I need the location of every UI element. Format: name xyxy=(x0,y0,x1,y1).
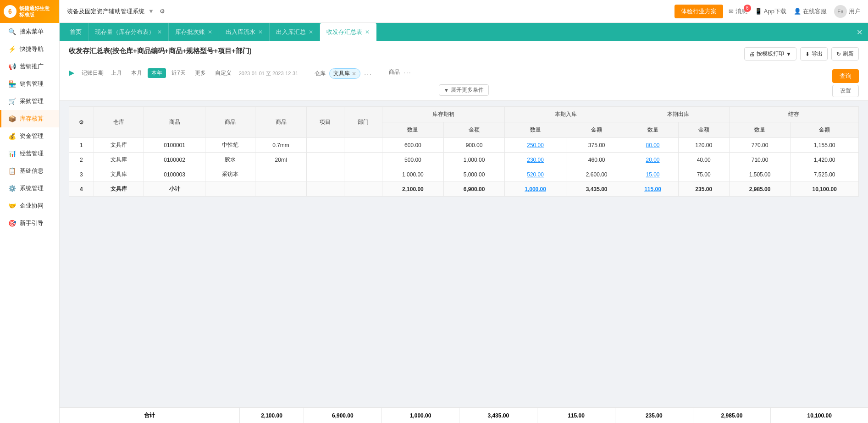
filter-row-2: ▼ 展开更多条件 xyxy=(60,82,868,101)
print-button[interactable]: 🖨 按模板打印 ▼ xyxy=(744,47,796,60)
date-btn-prev-month[interactable]: 上月 xyxy=(107,68,126,78)
subtotal-spec xyxy=(255,182,306,197)
sidebar-item-finance[interactable]: 💰 资金管理 xyxy=(0,127,59,145)
date-btn-this-month[interactable]: 本月 xyxy=(127,68,146,78)
row1-in-qty[interactable]: 250.00 xyxy=(505,138,566,153)
expand-conditions-button[interactable]: ▼ 展开更多条件 xyxy=(439,84,489,96)
query-button[interactable]: 查询 xyxy=(832,69,859,83)
col-header-out-qty: 数量 xyxy=(627,122,678,138)
date-btn-this-year[interactable]: 本年 xyxy=(148,68,166,78)
sidebar-item-guide[interactable]: 🎯 新手引导 xyxy=(0,214,59,232)
tabs-bar: 首页 现存量（库存分布表） ✕ 库存批次账 ✕ 出入库流水 ✕ 出入库汇总 ✕ … xyxy=(60,23,868,41)
row2-warehouse: 文具库 xyxy=(94,153,144,167)
table-row: 3 文具库 0100003 采访本 1,000.00 5,000.00 520.… xyxy=(69,167,859,182)
dropdown-icon: ▼ xyxy=(148,8,154,15)
filter-section: 收发存汇总表(按仓库+商品编码+商品+规格型号+项目+部门) 🖨 按模板打印 ▼… xyxy=(60,41,868,101)
sidebar-item-marketing[interactable]: 📢 营销推广 xyxy=(0,58,59,75)
sidebar-item-quick-nav[interactable]: ⚡ 快捷导航 xyxy=(0,40,59,58)
sidebar-item-operations[interactable]: 📊 经营管理 xyxy=(0,145,59,162)
row2-dept xyxy=(344,153,382,167)
date-filter-group: 记账日期 上月 本月 本年 近7天 更多 自定义 2023-01-01 至 20… xyxy=(82,68,298,78)
tab-in-out-flow[interactable]: 出入库流水 ✕ xyxy=(219,23,270,41)
row2-out-qty[interactable]: 20.00 xyxy=(627,153,678,167)
tab-close-batch-account[interactable]: ✕ xyxy=(208,29,212,35)
row3-in-qty[interactable]: 520.00 xyxy=(505,167,566,182)
message-icon: ✉ xyxy=(729,8,734,15)
page-content: 收发存汇总表(按仓库+商品编码+商品+规格型号+项目+部门) 🖨 按模板打印 ▼… xyxy=(60,41,868,423)
trial-button[interactable]: 体验行业方案 xyxy=(674,5,723,18)
warehouse-tag-close-button[interactable]: ✕ xyxy=(352,71,356,77)
col-header-open-qty: 数量 xyxy=(382,122,444,138)
tab-close-in-out-flow[interactable]: ✕ xyxy=(258,29,263,35)
message-action[interactable]: ✉ 消息 6 xyxy=(729,7,747,16)
sidebar-item-base-info[interactable]: 📋 基础信息 xyxy=(0,162,59,180)
subtotal-in-qty[interactable]: 1,000.00 xyxy=(505,182,566,197)
tab-close-in-out-summary[interactable]: ✕ xyxy=(309,29,313,35)
filter-collapse-button[interactable]: ▶ xyxy=(69,68,74,77)
tab-in-out-summary[interactable]: 出入库汇总 ✕ xyxy=(270,23,320,41)
row3-dept xyxy=(344,167,382,182)
tab-close-inventory-dist[interactable]: ✕ xyxy=(157,29,162,35)
date-filter-label: 记账日期 xyxy=(82,69,104,77)
col-group-out: 本期出库 xyxy=(627,107,729,122)
export-button[interactable]: ⬇ 导出 xyxy=(800,47,828,60)
sidebar-item-system[interactable]: ⚙️ 系统管理 xyxy=(0,180,59,197)
finance-icon: 💰 xyxy=(8,132,16,140)
col-header-in-qty: 数量 xyxy=(505,122,566,138)
row1-out-amt: 120.00 xyxy=(678,138,729,153)
refresh-button[interactable]: ↻ 刷新 xyxy=(831,47,859,60)
print-icon: 🖨 xyxy=(749,51,755,57)
tab-recv-send-summary[interactable]: 收发存汇总表 ✕ xyxy=(320,23,376,41)
avatar: Ea xyxy=(834,5,847,18)
row2-in-qty[interactable]: 230.00 xyxy=(505,153,566,167)
tab-home[interactable]: 首页 xyxy=(63,23,88,41)
user-action[interactable]: Ea 用户 xyxy=(834,5,861,18)
table-settings-header[interactable]: ⚙ xyxy=(69,107,94,138)
product-filter-group: 商品 ··· xyxy=(389,68,412,76)
col-header-product-spec: 商品 xyxy=(255,107,306,138)
col-header-close-qty: 数量 xyxy=(729,122,791,138)
col-group-closing: 结存 xyxy=(729,107,858,122)
row3-spec xyxy=(255,167,306,182)
system-name-text: 装备及固定资产辅助管理系统 xyxy=(67,7,144,16)
row3-out-qty[interactable]: 15.00 xyxy=(627,167,678,182)
inventory-icon: 📦 xyxy=(8,115,16,122)
settings-icon[interactable]: ⚙ xyxy=(160,8,165,15)
sidebar-item-search[interactable]: 🔍 搜索菜单 xyxy=(0,23,59,40)
subtotal-out-qty[interactable]: 115.00 xyxy=(627,182,678,197)
total-in-qty: 1,000.00 xyxy=(381,408,459,423)
sidebar-item-enterprise[interactable]: 🤝 企业协同 xyxy=(0,197,59,214)
sidebar-item-purchase[interactable]: 🛒 采购管理 xyxy=(0,93,59,110)
refresh-icon: ↻ xyxy=(836,51,841,57)
date-btn-7days[interactable]: 近7天 xyxy=(168,68,189,78)
app-download-action[interactable]: 📱 App下载 xyxy=(755,7,786,16)
col-header-out-amt: 金额 xyxy=(678,122,729,138)
date-btn-more[interactable]: 更多 xyxy=(191,68,210,78)
total-close-amt: 10,100.00 xyxy=(771,408,868,423)
row2-name: 胶水 xyxy=(205,153,255,167)
row2-open-amt: 1,000.00 xyxy=(443,153,505,167)
search-icon: 🔍 xyxy=(8,28,16,35)
settings-button[interactable]: 设置 xyxy=(832,85,859,97)
online-service-action[interactable]: 👤 在线客服 xyxy=(794,7,827,16)
col-header-close-amt: 金额 xyxy=(791,122,859,138)
date-btn-custom[interactable]: 自定义 xyxy=(211,68,235,78)
data-table: ⚙ 仓库 商品 商品 商品 项目 部门 库存期初 本期入库 本期出库 结存 数量 xyxy=(69,106,859,197)
row3-project xyxy=(306,167,344,182)
total-out-amt: 235.00 xyxy=(615,408,693,423)
product-filter-more[interactable]: ··· xyxy=(404,69,412,76)
row3-open-qty: 1,000.00 xyxy=(382,167,444,182)
topbar: 装备及固定资产辅助管理系统 ▼ ⚙ 体验行业方案 ✉ 消息 6 📱 App下载 … xyxy=(60,0,868,23)
sidebar-item-sales[interactable]: 🏪 销售管理 xyxy=(0,75,59,93)
sidebar-item-inventory[interactable]: 📦 库存核算 xyxy=(0,110,59,127)
tab-inventory-dist[interactable]: 现存量（库存分布表） ✕ xyxy=(88,23,169,41)
warehouse-filter-more[interactable]: ··· xyxy=(364,70,372,77)
subtotal-name xyxy=(205,182,255,197)
row1-out-qty[interactable]: 80.00 xyxy=(627,138,678,153)
row3-open-amt: 5,000.00 xyxy=(443,167,505,182)
page-title: 收发存汇总表(按仓库+商品编码+商品+规格型号+项目+部门) xyxy=(69,47,252,55)
tab-close-recv-send-summary[interactable]: ✕ xyxy=(365,29,370,35)
row2-out-amt: 40.00 xyxy=(678,153,729,167)
tab-batch-account[interactable]: 库存批次账 ✕ xyxy=(169,23,219,41)
close-all-tabs-button[interactable]: ✕ xyxy=(851,28,868,37)
